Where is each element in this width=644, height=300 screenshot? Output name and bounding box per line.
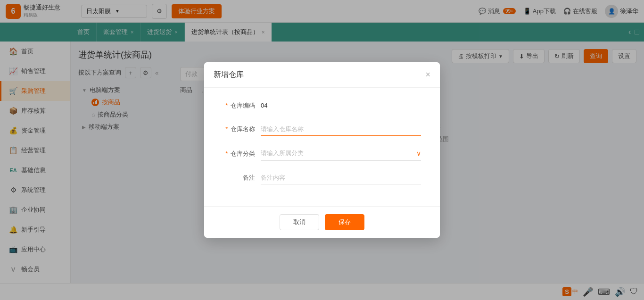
code-label: * 仓库编码 [223, 101, 261, 110]
remark-label: 备注 [223, 174, 261, 182]
category-select[interactable]: 请输入所属分类 ∨ [261, 146, 421, 161]
dialog-footer: 取消 保存 [204, 206, 440, 238]
category-arrow-icon: ∨ [416, 150, 421, 157]
modal-overlay: 新增仓库 × * 仓库编码 * 仓库名称 [0, 0, 644, 300]
dialog-title: 新增仓库 [214, 70, 244, 80]
category-label: * 仓库分类 [223, 150, 261, 158]
form-row-code: * 仓库编码 [223, 99, 421, 112]
code-input[interactable] [261, 99, 421, 112]
name-input[interactable] [261, 123, 421, 136]
remark-input[interactable] [261, 171, 421, 184]
dialog-header: 新增仓库 × [204, 62, 440, 88]
required-star-code: * [225, 102, 228, 109]
category-placeholder: 请输入所属分类 [261, 149, 416, 158]
required-star-name: * [225, 125, 228, 133]
save-button[interactable]: 保存 [325, 214, 364, 230]
dialog-body: * 仓库编码 * 仓库名称 * 仓库分类 请输入所属 [204, 88, 440, 206]
dialog-close-button[interactable]: × [425, 70, 430, 80]
name-label: * 仓库名称 [223, 125, 261, 133]
form-row-remark: 备注 [223, 171, 421, 184]
form-row-category: * 仓库分类 请输入所属分类 ∨ [223, 146, 421, 161]
required-star-category: * [225, 150, 228, 157]
cancel-button[interactable]: 取消 [280, 214, 319, 230]
new-warehouse-dialog: 新增仓库 × * 仓库编码 * 仓库名称 [204, 62, 440, 238]
form-row-name: * 仓库名称 [223, 123, 421, 136]
